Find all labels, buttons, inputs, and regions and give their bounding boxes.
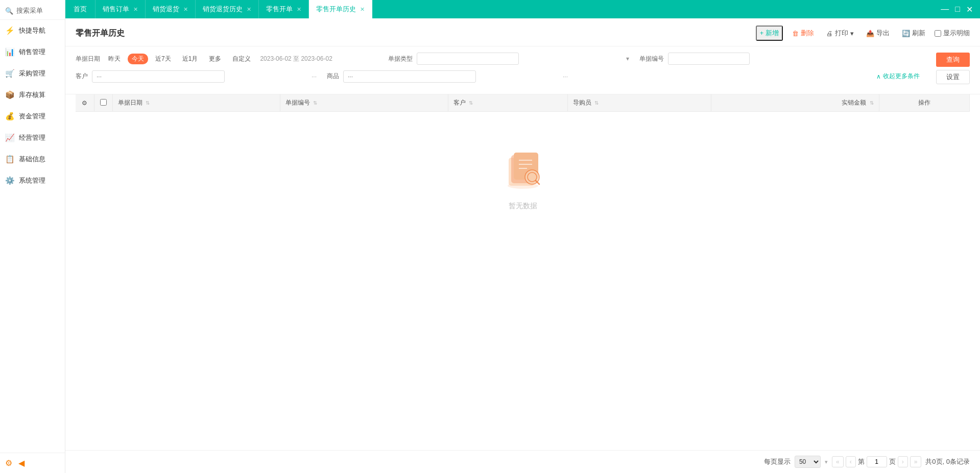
sidebar-item-sales-mgmt[interactable]: 📊销售管理	[0, 41, 65, 63]
show-detail-toggle[interactable]: 显示明细	[935, 29, 970, 38]
print-button[interactable]: 🖨 打印 ▾	[823, 27, 857, 40]
next-page-btn[interactable]: ›	[898, 456, 908, 467]
col-date[interactable]: 单据日期 ⇅	[112, 94, 280, 112]
refresh-icon: 🔄	[902, 30, 910, 37]
sidebar-item-base-info[interactable]: 📋基础信息	[0, 148, 65, 170]
tab-sales-return[interactable]: 销货退货✕	[146, 0, 196, 18]
sidebar-icon-quick-nav: ⚡	[5, 26, 15, 35]
tab-home[interactable]: 首页	[65, 0, 95, 18]
sidebar-icon-finance: 💰	[5, 112, 15, 121]
tab-label-sales-return-hist: 销货退货历史	[203, 5, 243, 14]
sidebar-label-purchase-mgmt: 采购管理	[19, 69, 45, 78]
customer-wrap: ···	[92, 70, 321, 83]
date-custom[interactable]: 自定义	[228, 54, 255, 64]
show-detail-checkbox[interactable]	[935, 30, 941, 37]
sidebar-icon-sys-mgmt: ⚙️	[5, 176, 15, 185]
sidebar-item-inventory[interactable]: 📦库存核算	[0, 84, 65, 106]
per-page-select[interactable]: 50 10 20 100	[795, 456, 821, 468]
query-actions: 查询 设置	[936, 53, 970, 84]
tab-retail-open[interactable]: 零售开单✕	[259, 0, 309, 18]
goods-filter: 商品 ···	[327, 70, 572, 83]
sidebar-search[interactable]: 🔍 搜索采单	[0, 0, 65, 20]
date-yesterday[interactable]: 昨天	[104, 54, 125, 64]
doc-type-label: 单据类型	[388, 55, 413, 63]
doc-type-select[interactable]	[417, 53, 519, 65]
first-page-btn[interactable]: «	[832, 456, 844, 467]
sidebar-label-sys-mgmt: 系统管理	[19, 176, 45, 185]
col-no[interactable]: 单据编号 ⇅	[280, 94, 448, 112]
tab-close-retail-open[interactable]: ✕	[297, 6, 301, 13]
setting-button[interactable]: 设置	[936, 70, 970, 84]
settings-icon[interactable]: ⚙	[5, 458, 12, 468]
search-icon: 🔍	[5, 7, 13, 15]
last-page-btn[interactable]: »	[910, 456, 922, 467]
sidebar-label-operations: 经营管理	[19, 133, 45, 142]
sort-guide-icon: ⇅	[594, 100, 599, 106]
sort-amount-icon: ⇅	[870, 100, 874, 106]
goods-input[interactable]	[343, 70, 476, 83]
tab-close-sales-order[interactable]: ✕	[133, 6, 138, 13]
select-all-checkbox[interactable]	[100, 99, 107, 106]
doc-no-label: 单据编号	[639, 55, 664, 63]
customer-filter: 客户 ···	[76, 70, 321, 83]
col-guide[interactable]: 导购员 ⇅	[567, 94, 711, 112]
tab-label-sales-order: 销售订单	[103, 5, 129, 14]
sidebar-icon-operations: 📈	[5, 133, 15, 142]
sidebar-item-purchase-mgmt[interactable]: 🛒采购管理	[0, 63, 65, 84]
collapse-arrow-icon: ∧	[876, 73, 881, 80]
print-icon: 🖨	[826, 30, 833, 37]
empty-text: 暂无数据	[509, 202, 537, 211]
doc-no-filter: 单据编号	[639, 53, 885, 65]
tab-sales-return-hist[interactable]: 销货退货历史✕	[196, 0, 259, 18]
delete-button[interactable]: 🗑 删除	[789, 27, 817, 40]
page-input[interactable]: 1	[867, 456, 887, 467]
sidebar-icon-purchase-mgmt: 🛒	[5, 69, 15, 78]
per-page-label: 每页显示	[764, 457, 791, 466]
maximize-btn[interactable]: □	[953, 5, 962, 14]
col-customer[interactable]: 客户 ⇅	[448, 94, 567, 112]
prev-page-btn[interactable]: ‹	[846, 456, 856, 467]
goods-dots[interactable]: ···	[563, 73, 568, 80]
date-today[interactable]: 今天	[128, 54, 148, 64]
doc-no-wrap	[668, 53, 885, 65]
sidebar-label-sales-mgmt: 销售管理	[19, 47, 45, 57]
col-amount[interactable]: 实销金额 ⇅	[711, 94, 879, 112]
minimize-btn[interactable]: —	[939, 5, 951, 14]
table-head: ⚙ 单据日期 ⇅ 单据编号 ⇅ 客户	[76, 94, 970, 112]
add-button[interactable]: + 新增	[756, 26, 783, 41]
sort-date-icon: ⇅	[146, 100, 150, 106]
query-button[interactable]: 查询	[936, 53, 970, 67]
close-btn[interactable]: ✕	[964, 5, 975, 14]
export-button[interactable]: 📤 导出	[863, 27, 893, 40]
tab-close-sales-return-hist[interactable]: ✕	[247, 6, 251, 13]
page-label: 第	[858, 457, 865, 466]
tab-close-sales-return[interactable]: ✕	[183, 6, 188, 13]
pagination: 每页显示 50 10 20 100 ▾ « ‹ 第 1 页 › » 共0页, 0…	[65, 450, 980, 473]
sidebar-item-sys-mgmt[interactable]: ⚙️系统管理	[0, 170, 65, 191]
date-month[interactable]: 近1月	[178, 54, 202, 64]
filter-area: 单据日期 昨天 今天 近7天 近1月 更多 自定义 2023-06-02 至 2…	[65, 46, 980, 94]
tab-sales-order[interactable]: 销售订单✕	[95, 0, 146, 18]
sidebar-item-quick-nav[interactable]: ⚡快捷导航	[0, 20, 65, 41]
refresh-button[interactable]: 🔄 刷新	[899, 27, 928, 40]
collapse-button[interactable]: ∧ 收起更多条件	[872, 70, 924, 83]
sidebar-label-base-info: 基础信息	[19, 155, 45, 164]
sidebar-label-finance: 资金管理	[19, 112, 45, 121]
page-title: 零售开单历史	[76, 28, 125, 39]
doc-no-input[interactable]	[668, 53, 750, 65]
sidebar-bottom: ⚙ ◀	[0, 453, 65, 473]
customer-dots[interactable]: ···	[312, 73, 317, 80]
tab-close-retail-open-hist[interactable]: ✕	[360, 6, 365, 13]
collapse-icon[interactable]: ◀	[18, 458, 25, 468]
col-settings[interactable]: ⚙	[76, 94, 94, 112]
export-icon: 📤	[866, 30, 874, 37]
sidebar-label-inventory: 库存核算	[19, 90, 45, 99]
goods-label: 商品	[327, 72, 339, 81]
date-more[interactable]: 更多	[205, 54, 225, 64]
date-week[interactable]: 近7天	[151, 54, 175, 64]
tab-retail-open-hist[interactable]: 零售开单历史✕	[309, 0, 372, 18]
sidebar-item-finance[interactable]: 💰资金管理	[0, 106, 65, 127]
customer-input[interactable]	[92, 70, 225, 83]
sidebar-icon-inventory: 📦	[5, 90, 15, 99]
sidebar-item-operations[interactable]: 📈经营管理	[0, 127, 65, 148]
